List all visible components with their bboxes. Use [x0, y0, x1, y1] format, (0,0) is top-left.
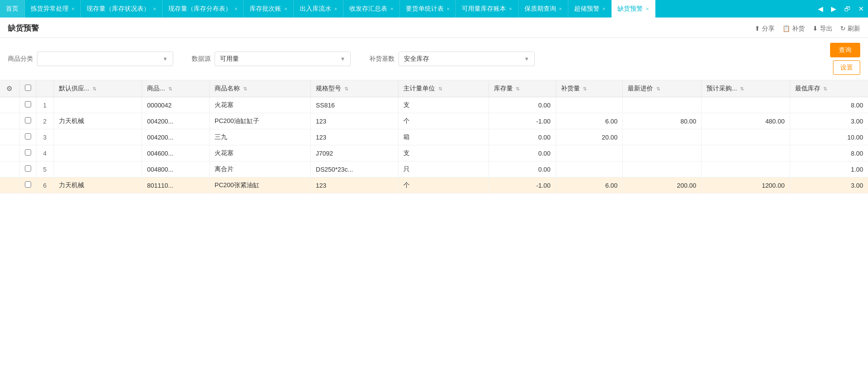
query-button[interactable]: 查询 — [830, 43, 860, 57]
row-stock-cell: 0.00 — [488, 129, 556, 145]
row-checkbox-1[interactable] — [25, 117, 31, 123]
col-supplier-sort-icon: ⇅ — [92, 86, 96, 91]
nav-tab-inventory-dist[interactable]: 现存量（库存分布表）× — [163, 0, 244, 18]
close-tab-shortage[interactable]: × — [646, 6, 649, 12]
col-price-label: 最新进价 — [628, 85, 653, 92]
col-product-code-sort-icon: ⇅ — [168, 86, 172, 91]
row-unit-cell: 支 — [398, 145, 489, 161]
col-min-stock-label: 最低库存 — [795, 85, 820, 92]
row-min-stock-cell: 10.00 — [790, 129, 868, 145]
close-tab-overstock[interactable]: × — [602, 6, 605, 12]
replenish-arrow-icon: ▼ — [524, 56, 529, 62]
nav-tab-receive-send[interactable]: 收发存汇总表× — [344, 0, 399, 18]
row-checkbox-5[interactable] — [25, 181, 31, 188]
row-settings-cell — [0, 97, 19, 113]
close-tab-flow[interactable]: × — [334, 6, 337, 12]
row-checkbox-4[interactable] — [25, 165, 31, 172]
nav-tab-flow[interactable]: 出入库流水× — [294, 0, 344, 18]
datasource-value: 可用量 — [220, 54, 239, 63]
table-body: 1 0000042 火花塞 SS816 支 0.00 8.00 2 力天机械 0… — [0, 97, 868, 194]
category-filter: 商品分类 ▼ — [8, 52, 173, 66]
row-product-name-cell: 火花塞 — [210, 97, 311, 113]
col-supplier-label: 默认供应... — [59, 85, 90, 92]
nav-restore-icon[interactable]: 🗗 — [840, 5, 854, 13]
close-tab-inventory-status[interactable]: × — [153, 6, 156, 12]
row-unit-cell: 只 — [398, 161, 489, 177]
nav-tab-demand-stat[interactable]: 要货单统计表× — [400, 0, 456, 18]
col-spec-header[interactable]: 规格型号 ⇅ — [311, 80, 398, 97]
col-restock-header[interactable]: 补货量 ⇅ — [556, 80, 623, 97]
close-tab-expiry[interactable]: × — [559, 6, 562, 12]
nav-tab-home[interactable]: 首页 — [0, 0, 25, 18]
row-num-cell: 2 — [36, 113, 54, 129]
row-stock-cell: -1.00 — [488, 113, 556, 129]
row-checkbox-3[interactable] — [25, 149, 31, 156]
export-button[interactable]: ⬇ 导出 — [813, 24, 832, 33]
refresh-label: 刷新 — [848, 24, 860, 33]
col-product-code-header[interactable]: 商品... ⇅ — [142, 80, 210, 97]
col-product-code-label: 商品... — [147, 85, 165, 92]
row-checkbox-cell[interactable] — [19, 129, 36, 145]
col-spec-sort-icon: ⇅ — [344, 86, 348, 91]
refresh-button[interactable]: ↻ 刷新 — [840, 24, 860, 33]
row-checkbox-cell[interactable] — [19, 97, 36, 113]
close-tab-receive-send[interactable]: × — [390, 6, 393, 12]
nav-tab-batch-account[interactable]: 库存批次账× — [244, 0, 293, 18]
nav-tab-overstock[interactable]: 超储预警× — [568, 0, 612, 18]
datasource-select[interactable]: 可用量 ▼ — [215, 52, 351, 66]
row-checkbox-cell[interactable] — [19, 145, 36, 161]
row-price-cell — [623, 161, 702, 177]
col-unit-sort-icon: ⇅ — [438, 86, 442, 91]
col-settings-header[interactable]: ⚙ — [0, 80, 19, 97]
col-supplier-header[interactable]: 默认供应... ⇅ — [54, 80, 142, 97]
row-checkbox-cell[interactable] — [19, 177, 36, 194]
close-tab-batch-account[interactable]: × — [284, 6, 287, 12]
select-all-checkbox[interactable] — [25, 85, 31, 91]
col-est-purchase-header[interactable]: 预计采购... ⇅ — [701, 80, 790, 97]
close-tab-inventory-dist[interactable]: × — [235, 6, 237, 12]
row-checkbox-cell[interactable] — [19, 113, 36, 129]
col-product-name-header[interactable]: 商品名称 ⇅ — [210, 80, 311, 97]
row-product-name-cell: PC200油缸缸子 — [210, 113, 311, 129]
settings-gear-icon[interactable]: ⚙ — [6, 85, 13, 92]
row-checkbox-cell[interactable] — [19, 161, 36, 177]
row-num-cell: 1 — [36, 97, 54, 113]
row-checkbox-2[interactable] — [25, 133, 31, 140]
nav-tab-shortage[interactable]: 缺货预警× — [612, 0, 655, 18]
row-restock-cell: 6.00 — [556, 113, 623, 129]
col-unit-label: 主计量单位 — [403, 85, 435, 92]
close-tab-exception[interactable]: × — [72, 6, 74, 12]
row-restock-cell: 6.00 — [556, 177, 623, 194]
table-row: 3 004200... 三九 123 箱 0.00 20.00 10.00 — [0, 129, 868, 145]
col-price-header[interactable]: 最新进价 ⇅ — [623, 80, 702, 97]
col-checkbox-header[interactable] — [19, 80, 36, 97]
row-spec-cell: J7092 — [311, 145, 398, 161]
settings-button[interactable]: 设置 — [833, 60, 860, 75]
restock-button[interactable]: 📋 补货 — [782, 24, 805, 33]
row-min-stock-cell: 3.00 — [790, 113, 868, 129]
nav-tab-inventory-status[interactable]: 现存量（库存状况表）× — [81, 0, 162, 18]
nav-prev-arrow[interactable]: ◀ — [814, 5, 827, 13]
close-tab-available-ledger[interactable]: × — [509, 6, 512, 12]
nav-tab-available-ledger[interactable]: 可用量库存账本× — [456, 0, 518, 18]
col-stock-header[interactable]: 库存量 ⇅ — [488, 80, 556, 97]
close-tab-demand-stat[interactable]: × — [447, 6, 450, 12]
export-label: 导出 — [820, 24, 832, 33]
nav-close-icon[interactable]: ✕ — [854, 5, 868, 13]
table-row: 6 力天机械 801110... PC200张紧油缸 123 个 -1.00 6… — [0, 177, 868, 194]
col-price-sort-icon: ⇅ — [656, 86, 660, 91]
category-select[interactable]: ▼ — [37, 52, 173, 66]
col-restock-label: 补货量 — [561, 85, 580, 92]
row-checkbox-0[interactable] — [25, 101, 31, 107]
col-min-stock-header[interactable]: 最低库存 ⇅ — [790, 80, 868, 97]
nav-next-arrow[interactable]: ▶ — [827, 5, 840, 13]
table-header-row: ⚙ 默认供应... ⇅ 商品... ⇅ 商品名称 — [0, 80, 868, 97]
row-product-code-cell: 801110... — [142, 177, 210, 194]
share-button[interactable]: ⬆ 分享 — [755, 24, 775, 33]
col-num-header — [36, 80, 54, 97]
nav-tab-expiry[interactable]: 保质期查询× — [519, 0, 568, 18]
nav-tab-exception[interactable]: 拣货异常处理× — [25, 0, 81, 18]
col-unit-header[interactable]: 主计量单位 ⇅ — [398, 80, 489, 97]
row-est-purchase-cell — [701, 129, 790, 145]
replenish-select[interactable]: 安全库存 ▼ — [398, 52, 535, 66]
